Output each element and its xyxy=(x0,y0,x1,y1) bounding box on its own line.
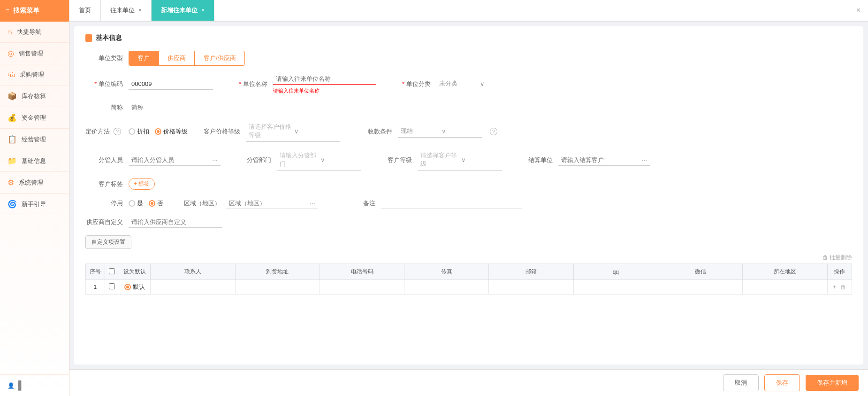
batch-delete-button[interactable]: 🗑 批量删除 xyxy=(822,254,852,262)
tab-add-partner[interactable]: 新增往来单位 × xyxy=(152,0,214,21)
unit-type-customer[interactable]: 客户 xyxy=(129,51,159,66)
row-region[interactable] xyxy=(743,280,827,295)
row-region-input[interactable] xyxy=(746,284,824,290)
sidebar-item-basic[interactable]: 📁 基础信息 xyxy=(0,150,69,172)
row-seq: 1 xyxy=(86,280,105,295)
save-button[interactable]: 保存 xyxy=(764,374,800,391)
add-tag-button[interactable]: + 标签 xyxy=(129,178,155,190)
sidebar-item-system[interactable]: ⚙ 系统管理 xyxy=(0,172,69,194)
pricing-radio-group: 折扣 价格等级 xyxy=(129,127,188,136)
row-wechat[interactable] xyxy=(658,280,742,295)
sidebar-item-finance[interactable]: 💰 资金管理 xyxy=(0,107,69,129)
close-all-tabs[interactable]: × xyxy=(849,6,868,15)
operations-icon: 📋 xyxy=(8,135,17,144)
region-input[interactable] xyxy=(229,200,308,207)
sidebar-item-inventory[interactable]: 📦 库存核算 xyxy=(0,85,69,107)
row-qq[interactable] xyxy=(573,280,658,295)
payment-terms-select[interactable]: 现结 ∨ xyxy=(398,125,482,138)
customer-price-level-select[interactable]: 请选择客户价格等级 ∨ xyxy=(246,121,340,142)
sidebar-item-label: 库存核算 xyxy=(22,92,46,101)
sidebar-item-quick-nav[interactable]: ⌂ 快捷导航 xyxy=(0,22,69,43)
row-contact-input[interactable] xyxy=(153,284,232,290)
sidebar-item-label: 资金管理 xyxy=(22,114,46,122)
settlement-unit-wrapper: ··· xyxy=(558,154,650,166)
col-address: 到货地址 xyxy=(235,264,320,280)
unit-type-supplier[interactable]: 供应商 xyxy=(159,51,195,66)
sidebar-item-purchase[interactable]: 🛍 采购管理 xyxy=(0,64,69,85)
section-title: 基本信息 xyxy=(96,34,122,42)
manager-input[interactable] xyxy=(131,156,210,163)
row-contact[interactable] xyxy=(151,280,235,295)
row-default-radio[interactable]: 默认 xyxy=(122,283,147,291)
sidebar-item-sales[interactable]: ◎ 销售管理 xyxy=(0,43,69,64)
row-phone[interactable] xyxy=(320,280,404,295)
select-all-checkbox[interactable] xyxy=(109,268,115,274)
settlement-dots[interactable]: ··· xyxy=(642,156,647,163)
row-fax-input[interactable] xyxy=(407,284,486,290)
row-checkbox[interactable] xyxy=(109,283,115,289)
disabled-no[interactable]: 否 xyxy=(149,199,163,208)
disabled-yes[interactable]: 是 xyxy=(129,199,143,208)
col-action: 操作 xyxy=(827,264,852,280)
unit-category-select[interactable]: 未分类 ∨ xyxy=(436,78,521,90)
tab-add-partner-close[interactable]: × xyxy=(201,7,205,14)
cancel-button[interactable]: 取消 xyxy=(723,374,759,391)
manager-row: 分管人员 ··· 分管部门 请输入分管部门 ∨ 客户等级 请选择客户等级 ∨ 结… xyxy=(85,149,852,171)
sidebar-search-label: 搜索菜单 xyxy=(13,7,39,15)
sidebar-search[interactable]: ≡ 搜索菜单 xyxy=(0,0,69,22)
tab-partner-list-close[interactable]: × xyxy=(138,7,142,14)
sidebar-item-label: 经营管理 xyxy=(22,135,46,144)
customer-price-level-arrow: ∨ xyxy=(294,128,337,135)
pricing-discount[interactable]: 折扣 xyxy=(129,127,149,136)
manager-dots[interactable]: ··· xyxy=(212,156,218,163)
sidebar-item-newbie[interactable]: 🌀 新手引导 xyxy=(0,194,69,215)
short-name-row: 简称 xyxy=(85,102,852,113)
price-level-radio xyxy=(155,128,161,135)
row-email[interactable] xyxy=(489,280,573,295)
department-placeholder: 请输入分管部门 xyxy=(280,151,318,168)
pricing-price-level[interactable]: 价格等级 xyxy=(155,127,188,136)
col-fax: 传真 xyxy=(404,264,489,280)
payment-terms-value: 现结 xyxy=(401,127,439,135)
sidebar-item-operations[interactable]: 📋 经营管理 xyxy=(0,129,69,150)
remark-input[interactable] xyxy=(381,198,522,209)
unit-code-label: 单位编码 xyxy=(85,80,123,88)
unit-name-input[interactable] xyxy=(273,73,376,85)
row-qq-input[interactable] xyxy=(577,284,655,290)
row-phone-input[interactable] xyxy=(323,284,401,290)
pricing-help-icon[interactable]: ? xyxy=(114,128,121,135)
custom-settings-button[interactable]: 自定义项设置 xyxy=(85,235,131,249)
row-wechat-input[interactable] xyxy=(661,284,739,290)
newbie-icon: 🌀 xyxy=(8,200,17,209)
system-icon: ⚙ xyxy=(8,178,14,187)
row-fax[interactable] xyxy=(404,280,489,295)
inventory-icon: 📦 xyxy=(8,92,17,101)
save-new-button[interactable]: 保存并新增 xyxy=(806,375,859,391)
unit-name-field-group: 请输入往来单位名称 xyxy=(273,73,376,94)
supplier-custom-row: 供应商自定义 xyxy=(85,217,852,228)
row-email-input[interactable] xyxy=(492,284,570,290)
short-name-input[interactable] xyxy=(129,102,222,113)
row-delete-button[interactable]: 🗑 xyxy=(840,284,846,290)
payment-help-icon[interactable]: ? xyxy=(490,128,497,135)
row-address[interactable] xyxy=(235,280,320,295)
sidebar-bottom-bar: ▌ xyxy=(18,380,24,390)
customer-level-select[interactable]: 请选择客户等级 ∨ xyxy=(418,149,502,171)
unit-code-input[interactable] xyxy=(129,78,213,90)
row-check[interactable] xyxy=(105,280,119,295)
unit-type-both[interactable]: 客户/供应商 xyxy=(195,51,245,66)
region-dots[interactable]: ··· xyxy=(310,199,315,207)
settlement-unit-input[interactable] xyxy=(561,156,640,163)
purchase-icon: 🛍 xyxy=(8,70,15,79)
region-label: 区域（地区） xyxy=(183,199,221,208)
department-select[interactable]: 请输入分管部门 ∨ xyxy=(277,149,361,171)
batch-delete-icon: 🗑 xyxy=(822,254,828,261)
row-address-input[interactable] xyxy=(238,284,317,290)
tab-partner-list[interactable]: 往来单位 × xyxy=(101,0,152,21)
row-default[interactable]: 默认 xyxy=(119,280,150,295)
supplier-custom-input[interactable] xyxy=(129,217,222,228)
tab-home[interactable]: 首页 xyxy=(69,0,101,21)
remark-label: 备注 xyxy=(338,199,375,208)
tab-partner-list-label: 往来单位 xyxy=(110,6,135,15)
row-add-button[interactable]: + xyxy=(833,284,836,290)
